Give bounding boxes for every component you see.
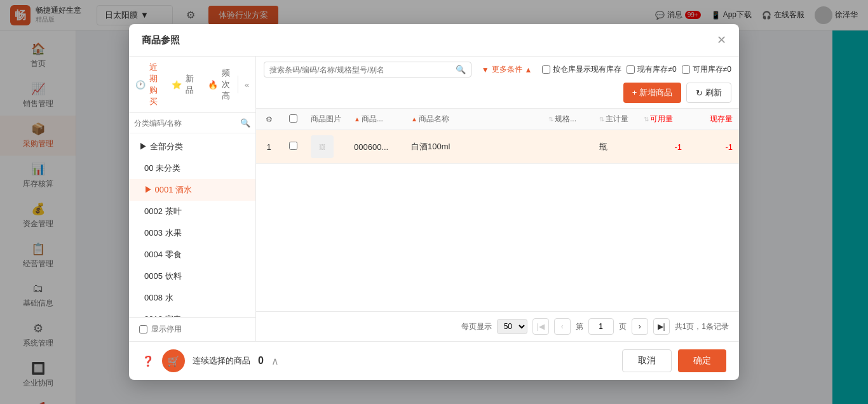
frequent-icon: 🔥	[208, 80, 218, 90]
th-img-label: 商品图片	[311, 114, 341, 125]
selected-label: 连续选择的商品	[193, 355, 250, 367]
page-label: 页	[619, 321, 627, 332]
cat-item-all[interactable]: ▶ 全部分类	[129, 136, 255, 158]
cat-item-fruit[interactable]: 0003 水果	[129, 222, 255, 244]
collapse-footer-icon[interactable]: ∧	[271, 355, 279, 367]
available-ne0-checkbox[interactable]	[682, 65, 690, 74]
snack-label: 0004 零食	[144, 249, 182, 260]
product-toolbar: 🔍 ▼ 更多条件 ▲ 按仓库显示现有库存	[256, 57, 739, 109]
row-code: 000600...	[348, 130, 405, 164]
product-reference-modal: 商品参照 ✕ 🕐 近期购买 ⭐ 新品	[129, 24, 739, 380]
tea-label: 0002 茶叶	[144, 206, 182, 217]
beverage-label: 0005 饮料	[144, 271, 182, 282]
tab-recent-purchase[interactable]: 🕐 近期购买	[129, 57, 165, 112]
refresh-icon: ↻	[696, 88, 703, 98]
product-image: 🖼	[311, 135, 334, 158]
row-img: 🖼	[304, 130, 348, 164]
stock-ne0-text: 现有库存≠0	[637, 64, 676, 75]
row-unit: 瓶	[593, 130, 637, 164]
show-disabled-checkbox[interactable]	[139, 325, 147, 333]
row-spec	[542, 130, 593, 164]
warehouse-filter-checkbox[interactable]	[542, 65, 550, 74]
select-all-checkbox[interactable]	[289, 114, 297, 123]
th-code: ▲ 商品...	[348, 109, 405, 130]
recent-label: 近期购买	[149, 62, 159, 107]
cat-item-appliance[interactable]: 0010 家电	[129, 309, 255, 317]
add-product-button[interactable]: + 新增商品	[623, 83, 681, 103]
category-tabs: 🕐 近期购买 ⭐ 新品 🔥 频次高 «	[129, 57, 255, 113]
modal-overlay: 商品参照 ✕ 🕐 近期购买 ⭐ 新品	[0, 0, 868, 404]
th-spec: ⇅ 规格...	[542, 109, 593, 130]
cat-item-snack[interactable]: 0004 零食	[129, 244, 255, 266]
refresh-button[interactable]: ↻ 刷新	[686, 83, 731, 103]
filter-up-icon: ▲	[525, 65, 532, 74]
cat-item-uncategorized[interactable]: 00 未分类	[129, 158, 255, 179]
cat-item-beverage[interactable]: 0005 饮料	[129, 266, 255, 287]
page-number-input[interactable]	[588, 318, 614, 335]
stock-ne0-checkbox[interactable]	[627, 65, 635, 74]
product-search-icon[interactable]: 🔍	[456, 65, 466, 74]
page-word: 第	[576, 321, 583, 332]
product-search-input[interactable]	[269, 65, 453, 74]
tab-frequent[interactable]: 🔥 频次高	[201, 62, 238, 107]
modal-close-button[interactable]: ✕	[717, 33, 726, 47]
stock-ne0-filter-label[interactable]: 现有库存≠0	[627, 64, 676, 75]
last-page-button[interactable]: ▶|	[653, 318, 670, 335]
recent-icon: 🕐	[135, 80, 146, 90]
th-stock-label: 现存量	[710, 114, 733, 123]
category-search: 🔍	[129, 113, 255, 133]
per-page-label: 每页显示	[461, 321, 492, 332]
cat-item-tea[interactable]: 0002 茶叶	[129, 201, 255, 222]
warehouse-filter-label[interactable]: 按仓库显示现有库存	[542, 64, 621, 75]
filter-icon: ▼	[482, 65, 489, 74]
th-name: ▲ 商品名称	[405, 109, 542, 130]
cat-item-water[interactable]: 0008 水	[129, 287, 255, 309]
category-search-input[interactable]	[134, 119, 238, 128]
row-checkbox[interactable]	[289, 142, 297, 150]
tab-new-products[interactable]: ⭐ 新品	[165, 68, 201, 101]
category-panel: 🕐 近期购买 ⭐ 新品 🔥 频次高 «	[129, 57, 256, 341]
th-check	[281, 109, 304, 130]
new-label: 新品	[186, 73, 195, 96]
prev-page-button[interactable]: ‹	[554, 318, 571, 335]
available-ne0-filter-label[interactable]: 可用库存≠0	[682, 64, 731, 75]
cart-button[interactable]: 🛒	[162, 349, 185, 372]
per-page-select[interactable]: 50	[497, 319, 527, 334]
confirm-button[interactable]: 确定	[678, 349, 726, 372]
sort-unit-icon: ⇅	[599, 116, 604, 123]
selected-count: 0	[258, 355, 264, 367]
product-table: ⚙ 商品图片	[256, 109, 739, 311]
row-stock: -1	[688, 130, 739, 164]
modal-header: 商品参照 ✕	[129, 24, 739, 57]
show-disabled-area: 显示停用	[129, 317, 255, 341]
more-filter-button[interactable]: ▼ 更多条件 ▲	[477, 62, 538, 77]
liquor-label: ▶ 0001 酒水	[144, 184, 192, 196]
modal-title: 商品参照	[142, 34, 180, 46]
pagination: 每页显示 50 |◀ ‹ 第 页 › ▶| 共1页，1条记录	[256, 311, 739, 341]
sort-up-icon: ▲	[354, 116, 360, 123]
cancel-button[interactable]: 取消	[622, 349, 672, 372]
next-page-button[interactable]: ›	[632, 318, 648, 335]
pagination-info: 共1页，1条记录	[675, 321, 729, 332]
sort-avail-icon: ⇅	[644, 116, 649, 123]
first-page-button[interactable]: |◀	[532, 318, 549, 335]
frequent-label: 频次高	[222, 67, 231, 102]
category-list: ▶ 全部分类 00 未分类 ▶ 0001 酒水 0002 茶叶 0003 水果	[129, 133, 255, 317]
row-available: -1	[637, 130, 688, 164]
help-icon[interactable]: ❓	[142, 355, 154, 367]
sort-spec-icon: ⇅	[548, 116, 553, 123]
collapse-panel-button[interactable]: «	[238, 76, 255, 93]
th-available: ⇅ 可用量	[637, 109, 688, 130]
th-spec-label: 规格...	[555, 114, 576, 125]
product-search-box: 🔍	[264, 62, 471, 77]
settings-col-icon[interactable]: ⚙	[266, 115, 273, 124]
modal-footer: ❓ 🛒 连续选择的商品 0 ∧ 取消 确定	[129, 341, 739, 380]
fruit-label: 0003 水果	[144, 227, 182, 239]
row-num: 1	[256, 130, 281, 164]
th-stock: 现存量	[688, 109, 739, 130]
cat-item-liquor[interactable]: ▶ 0001 酒水	[129, 179, 255, 201]
table-row[interactable]: 1 🖼 000600...	[256, 130, 739, 164]
row-check[interactable]	[281, 130, 304, 164]
warehouse-filter-text: 按仓库显示现有库存	[553, 64, 621, 75]
category-search-icon[interactable]: 🔍	[240, 118, 250, 128]
